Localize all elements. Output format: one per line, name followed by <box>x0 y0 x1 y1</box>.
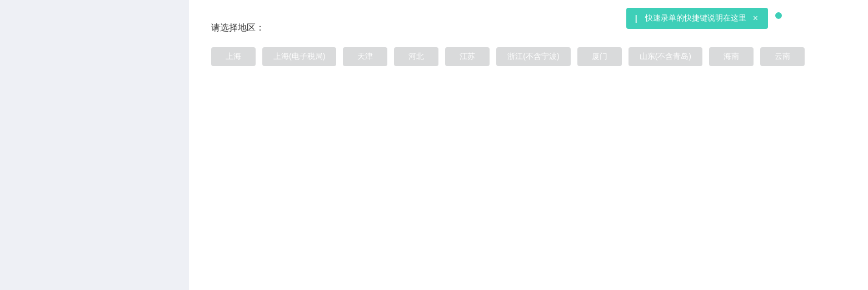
region-buttons-container: 上海上海(电子税局)天津河北江苏浙江(不含宁波)厦门山东(不含青岛)海南云南 <box>211 47 846 66</box>
tooltip-close-button[interactable]: × <box>752 13 759 23</box>
tooltip-banner: 快速录单的快捷键说明在这里 × <box>626 8 768 29</box>
region-button-jiangsu[interactable]: 江苏 <box>445 47 490 66</box>
tooltip-text: 快速录单的快捷键说明在这里 <box>645 13 746 23</box>
region-button-shandong[interactable]: 山东(不含青岛) <box>628 47 702 66</box>
main-content: 请选择地区： 上海上海(电子税局)天津河北江苏浙江(不含宁波)厦门山东(不含青岛… <box>189 0 868 290</box>
region-button-shanghai-etax[interactable]: 上海(电子税局) <box>262 47 336 66</box>
region-button-hainan[interactable]: 海南 <box>709 47 754 66</box>
tooltip-dot <box>775 12 782 19</box>
left-sidebar <box>0 0 189 290</box>
region-button-yunnan[interactable]: 云南 <box>760 47 805 66</box>
region-button-tianjin[interactable]: 天津 <box>343 47 387 66</box>
region-button-shanghai[interactable]: 上海 <box>211 47 256 66</box>
region-button-hebei[interactable]: 河北 <box>394 47 438 66</box>
region-button-zhejiang[interactable]: 浙江(不含宁波) <box>496 47 570 66</box>
region-button-xiamen[interactable]: 厦门 <box>577 47 622 66</box>
